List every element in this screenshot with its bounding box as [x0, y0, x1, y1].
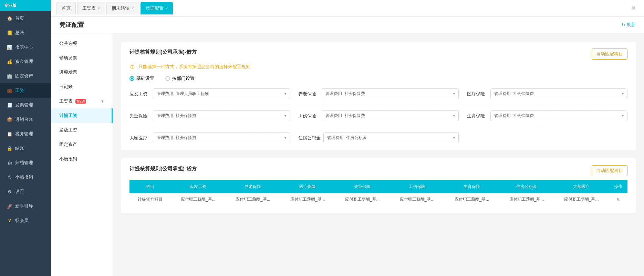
sidebar-item-ledger[interactable]: 📒 总账	[0, 25, 51, 40]
select-ying-fa-value: 管理费用_管理人员职工薪酬	[157, 91, 209, 97]
credit-auto-match-button[interactable]: 自动匹配科目	[592, 165, 627, 176]
left-nav-xiaochang-expense[interactable]: 小畅报销	[51, 152, 113, 166]
chevron-down-icon-shi-ye: ▾	[284, 114, 286, 118]
select-yang-lao[interactable]: 管理费用_社会保险费 ▾	[322, 88, 459, 99]
radio-basic[interactable]: 基础设置	[129, 75, 154, 82]
select-da-e-value: 管理费用_社会保险费	[157, 135, 196, 141]
inventory-icon: 📦	[7, 117, 12, 122]
sidebar-item-asset[interactable]: 🏢 固定资产	[0, 69, 51, 83]
sidebar-item-report[interactable]: 📊 报表中心	[0, 40, 51, 54]
form-divider-2	[129, 127, 627, 127]
sidebar-item-settings[interactable]: ⚙ 设置	[0, 184, 51, 199]
newbie-icon: 🚀	[7, 203, 12, 209]
select-zhu-fang[interactable]: 管理费用_住房公积金 ▾	[323, 132, 459, 143]
td-subject: 计提贷方科目	[129, 193, 171, 206]
left-nav-purchase-invoice[interactable]: 进项发票	[51, 65, 113, 79]
window-close-icon[interactable]: ✕	[629, 3, 638, 13]
sidebar-item-salary[interactable]: 💼 工资	[0, 83, 51, 98]
form-item-yi-liao: 医疗保险 管理费用_社会保险费 ▾	[467, 88, 627, 99]
sidebar-item-member[interactable]: V 畅会员	[0, 213, 51, 228]
left-nav-public-label: 公共选项	[59, 40, 77, 46]
tab-period-close[interactable]: 期末结转 ×	[106, 2, 139, 14]
left-nav-public[interactable]: 公共选项	[51, 36, 113, 51]
left-nav: 公共选项 销项发票 进项发票 日记账 工资表 NEW ▼ 计提工资 发放工资	[51, 33, 113, 276]
select-da-e[interactable]: 管理费用_社会保险费 ▾	[153, 132, 290, 143]
tab-payroll[interactable]: 工资表 ×	[77, 2, 105, 14]
archive-icon: 🗂	[7, 160, 12, 166]
sidebar-label-newbie: 新手引导	[15, 203, 33, 209]
left-nav-calc-salary[interactable]: 计提工资	[51, 108, 113, 123]
left-nav-issue-salary-label: 发放工资	[59, 127, 77, 133]
salary-icon: 💼	[7, 88, 12, 93]
report-icon: 📊	[7, 44, 12, 50]
form-item-da-e: 大额医疗 管理费用_社会保险费 ▾	[129, 132, 290, 143]
chevron-down-icon-da-e: ▾	[284, 136, 286, 140]
debit-section-title: 计提核算规则(公司承担)-借方	[129, 49, 197, 55]
sidebar-item-tax[interactable]: 📋 税务管理	[0, 127, 51, 141]
debit-section-header: 计提核算规则(公司承担)-借方 自动匹配科目	[129, 49, 627, 60]
sidebar-item-fund[interactable]: 💰 资金管理	[0, 54, 51, 69]
sidebar-label-close: 结账	[15, 145, 24, 151]
select-sheng-yu[interactable]: 管理费用_社会保险费 ▾	[490, 110, 627, 121]
th-sheng-yu: 生育保险	[445, 180, 499, 193]
left-nav-issue-salary[interactable]: 发放工资	[51, 123, 113, 137]
sidebar-item-close[interactable]: 🔒 结账	[0, 141, 51, 156]
tax-icon: 📋	[7, 131, 12, 137]
tabs-bar: 首页 工资表 × 期末结转 × 凭证配置 × ✕	[51, 0, 644, 17]
left-nav-payroll-table[interactable]: 工资表 NEW ▼	[51, 94, 113, 108]
sidebar-label-invoice: 发票管理	[15, 102, 33, 108]
tab-voucher-config[interactable]: 凭证配置 ×	[141, 2, 173, 14]
select-ying-fa[interactable]: 管理费用_管理人员职工薪酬 ▾	[153, 88, 290, 99]
refresh-label: 刷新	[627, 22, 636, 28]
left-nav-calc-salary-label: 计提工资	[59, 113, 77, 119]
sidebar-label-ledger: 总账	[15, 30, 24, 36]
left-nav-sales-invoice[interactable]: 销项发票	[51, 51, 113, 65]
fund-icon: 💰	[7, 59, 12, 64]
credit-section-title: 计提核算规则(公司承担)-贷方	[129, 166, 197, 172]
sidebar-item-inventory[interactable]: 📦 进销台账	[0, 112, 51, 127]
form-item-shi-ye: 失业保险 管理费用_社会保险费 ▾	[129, 110, 290, 121]
sidebar-item-xiaochang[interactable]: © 小畅报销	[0, 170, 51, 184]
th-ying-fa: 应发工资	[171, 180, 226, 193]
debit-form-grid-2: 失业保险 管理费用_社会保险费 ▾ 工伤保险 管理费用_社会保险费 ▾	[129, 110, 627, 121]
select-shi-ye[interactable]: 管理费用_社会保险费 ▾	[153, 110, 290, 121]
refresh-button[interactable]: ↻ 刷新	[622, 22, 636, 28]
tab-voucher-config-close[interactable]: ×	[166, 6, 168, 10]
tab-period-close-label: 期末结转	[112, 5, 129, 11]
sidebar-item-home[interactable]: 🏠 首页	[0, 11, 51, 25]
main-area: 首页 工资表 × 期末结转 × 凭证配置 × ✕ 凭证配置 ↻ 刷新 公共选项	[51, 0, 644, 276]
tab-home[interactable]: 首页	[56, 2, 76, 14]
select-yi-liao[interactable]: 管理费用_社会保险费 ▾	[490, 88, 627, 99]
sidebar-label-member: 畅会员	[15, 217, 29, 224]
debit-auto-match-button[interactable]: 自动匹配科目	[592, 49, 627, 60]
sidebar-item-archive[interactable]: 🗂 归档管理	[0, 156, 51, 170]
sidebar-label-archive: 归档管理	[15, 160, 33, 166]
left-nav-fixed-asset-label: 固定资产	[59, 141, 77, 148]
tab-period-close-close[interactable]: ×	[132, 6, 134, 10]
form-item-zhu-fang: 住房公积金 管理费用_住房公积金 ▾	[298, 132, 459, 143]
member-icon: V	[7, 218, 12, 223]
label-da-e: 大额医疗	[129, 135, 150, 141]
chevron-down-icon-ying-fa: ▾	[284, 92, 286, 96]
th-yi-liao: 医疗保险	[280, 180, 335, 193]
chevron-down-icon-sheng-yu: ▾	[622, 114, 624, 118]
th-da-e: 大额医疗	[554, 180, 609, 193]
radio-by-dept[interactable]: 按部门设置	[165, 75, 195, 82]
th-zhu-fang: 住房公积金	[499, 180, 554, 193]
sidebar-label-salary: 工资	[15, 87, 24, 94]
label-zhu-fang: 住房公积金	[298, 135, 321, 141]
select-gong-shang[interactable]: 管理费用_社会保险费 ▾	[322, 110, 459, 121]
payroll-table-arrow: ▼	[101, 99, 104, 103]
left-nav-fixed-asset[interactable]: 固定资产	[51, 137, 113, 152]
edit-icon[interactable]: ✎	[616, 197, 620, 202]
form-item-yang-lao: 养老保险 管理费用_社会保险费 ▾	[298, 88, 459, 99]
left-nav-journal[interactable]: 日记账	[51, 79, 113, 94]
tab-payroll-close[interactable]: ×	[98, 6, 100, 10]
invoice-icon: 🧾	[7, 102, 12, 108]
credit-section-header: 计提核算规则(公司承担)-贷方 自动匹配科目	[129, 165, 627, 176]
sidebar-item-newbie[interactable]: 🚀 新手引导	[0, 199, 51, 213]
th-shi-ye: 失业保险	[335, 180, 390, 193]
sidebar-label-fund: 资金管理	[15, 59, 33, 65]
settings-icon: ⚙	[7, 189, 12, 194]
sidebar-item-invoice[interactable]: 🧾 发票管理	[0, 98, 51, 112]
